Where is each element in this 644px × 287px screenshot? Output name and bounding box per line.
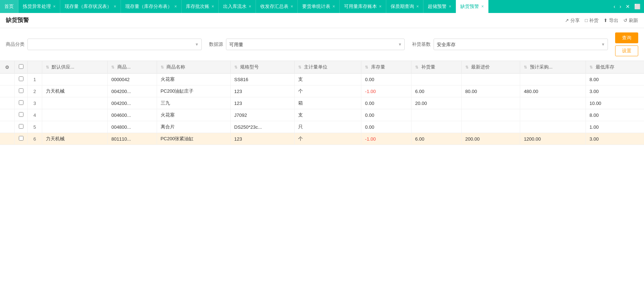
- row-checkbox[interactable]: [19, 88, 23, 93]
- replenish-base-select[interactable]: 安全库存: [434, 39, 608, 50]
- row-default-supplier: [42, 121, 108, 133]
- tab-inout-flow[interactable]: 出入库流水 ×: [219, 0, 256, 13]
- close-tab-expiry[interactable]: ×: [416, 4, 419, 9]
- close-tab-inventory-status[interactable]: ×: [114, 4, 116, 9]
- row-checkbox-cell[interactable]: [14, 85, 27, 97]
- row-unit: 支: [294, 109, 361, 121]
- row-product-code: 004200...: [108, 97, 157, 109]
- th-spec[interactable]: ⇅ 规格型号: [230, 61, 294, 74]
- th-latest-price[interactable]: ⇅ 最新进价: [461, 61, 520, 74]
- row-min-stock: 3.00: [586, 85, 644, 97]
- row-unit: 箱: [294, 97, 361, 109]
- row-product-name: PC200油缸庄子: [157, 85, 230, 97]
- sort-icon-unit: ⇅: [298, 65, 301, 69]
- category-filter: 商品分类 ▼: [6, 39, 202, 50]
- tab-expiry-query[interactable]: 保质期查询 ×: [386, 0, 423, 13]
- row-product-code: 004800...: [108, 121, 157, 133]
- row-latest-price: 80.00: [461, 85, 520, 97]
- th-stock[interactable]: ⇅ 库存量: [361, 61, 412, 74]
- tab-home[interactable]: 首页: [0, 0, 18, 13]
- row-number: 1: [27, 74, 42, 85]
- table-row: 1 0000042 火花塞 SS816 支 0.00 8.00: [0, 74, 644, 85]
- sort-icon-est-purchase: ⇅: [524, 65, 527, 69]
- header-actions: ↗ 分享 □ 补货 ⬆ 导出 ↺ 刷新: [565, 17, 638, 24]
- row-checkbox-cell[interactable]: [14, 133, 27, 145]
- category-select[interactable]: [27, 39, 202, 50]
- row-replenish-qty: 6.00: [412, 85, 462, 97]
- row-checkbox[interactable]: [19, 76, 23, 81]
- th-default-supplier[interactable]: ⇅ 默认供应...: [42, 61, 108, 74]
- th-checkbox[interactable]: [14, 61, 27, 74]
- th-min-stock[interactable]: ⇅ 最低库存: [586, 61, 644, 74]
- row-number: 3: [27, 97, 42, 109]
- row-product-name: 火花塞: [157, 109, 230, 121]
- row-settings-cell: [0, 133, 14, 145]
- close-tab-inventory-dist[interactable]: ×: [174, 4, 177, 9]
- datasource-select[interactable]: 可用量: [226, 39, 405, 50]
- row-checkbox[interactable]: [19, 112, 23, 117]
- row-product-name: 三九: [157, 97, 230, 109]
- row-product-code: 004200...: [108, 85, 157, 97]
- tab-inventory-status[interactable]: 现存量（库存状况表） ×: [60, 0, 121, 13]
- tab-inventory-dist[interactable]: 现存量（库存分布表） ×: [121, 0, 182, 13]
- close-tab-abnormal[interactable]: ×: [53, 4, 56, 9]
- nav-next-btn[interactable]: ›: [617, 2, 623, 11]
- close-tab-receipt[interactable]: ×: [291, 4, 293, 9]
- row-checkbox-cell[interactable]: [14, 74, 27, 85]
- export-button[interactable]: ⬆ 导出: [604, 17, 618, 24]
- row-estimated-purchase: 480.00: [520, 85, 586, 97]
- close-tab-batch[interactable]: ×: [212, 4, 214, 9]
- tab-order-stats[interactable]: 要货单统计表 ×: [298, 0, 340, 13]
- table-row: 6 力天机械 801110... PC200张紧油缸 123 个 -1.00 6…: [0, 133, 644, 145]
- row-number: 6: [27, 133, 42, 145]
- tab-receipt-summary[interactable]: 收发存汇总表 ×: [256, 0, 298, 13]
- replenish-button[interactable]: □ 补货: [585, 17, 599, 24]
- tab-batch-account[interactable]: 库存批次账 ×: [182, 0, 219, 13]
- row-checkbox[interactable]: [19, 136, 23, 141]
- row-spec: J7092: [230, 109, 294, 121]
- nav-prev-btn[interactable]: ‹: [612, 2, 618, 11]
- row-checkbox-cell[interactable]: [14, 97, 27, 109]
- row-default-supplier: [42, 74, 108, 85]
- row-checkbox-cell[interactable]: [14, 109, 27, 121]
- close-tab-ledger[interactable]: ×: [379, 4, 382, 9]
- select-all-checkbox[interactable]: [19, 64, 23, 69]
- close-tab-stockout[interactable]: ×: [481, 4, 484, 9]
- row-checkbox-cell[interactable]: [14, 121, 27, 133]
- tab-overstock[interactable]: 超储预警 ×: [423, 0, 456, 13]
- query-button[interactable]: 查询: [615, 32, 638, 43]
- row-latest-price: [461, 74, 520, 85]
- close-tab-overstock[interactable]: ×: [449, 4, 451, 9]
- settings-button[interactable]: 设置: [615, 45, 638, 56]
- th-product-code[interactable]: ⇅ 商品...: [108, 61, 157, 74]
- row-product-code: 004600...: [108, 109, 157, 121]
- tab-stockout[interactable]: 缺货预警 ×: [456, 0, 488, 13]
- row-stock: 0.00: [361, 97, 412, 109]
- close-tab-flow[interactable]: ×: [249, 4, 251, 9]
- th-estimated-purchase[interactable]: ⇅ 预计采购...: [520, 61, 586, 74]
- tab-abnormal[interactable]: 拣货异常处理 ×: [18, 0, 60, 13]
- th-settings[interactable]: ⚙: [0, 61, 14, 74]
- refresh-icon: ↺: [623, 18, 627, 23]
- nav-close-btn[interactable]: ✕: [623, 2, 632, 11]
- row-latest-price: [461, 109, 520, 121]
- tab-available-ledger[interactable]: 可用量库存账本 ×: [340, 0, 386, 13]
- th-product-name[interactable]: ⇅ 商品名称: [157, 61, 230, 74]
- th-unit[interactable]: ⇅ 主计量单位: [294, 61, 361, 74]
- nav-maximize-btn[interactable]: ⬜: [632, 2, 643, 11]
- row-checkbox[interactable]: [19, 124, 23, 129]
- close-tab-order[interactable]: ×: [332, 4, 335, 9]
- category-label: 商品分类: [6, 41, 25, 48]
- row-settings-cell: [0, 74, 14, 85]
- row-number: 5: [27, 121, 42, 133]
- share-button[interactable]: ↗ 分享: [565, 17, 580, 24]
- nav-controls: ‹ › ✕ ⬜: [612, 2, 644, 11]
- th-replenish-qty[interactable]: ⇅ 补货量: [412, 61, 462, 74]
- row-replenish-qty: [412, 121, 462, 133]
- row-stock: 0.00: [361, 74, 412, 85]
- row-stock: -1.00: [361, 133, 412, 145]
- row-replenish-qty: [412, 109, 462, 121]
- refresh-button[interactable]: ↺ 刷新: [623, 17, 638, 24]
- sort-icon-replenish: ⇅: [415, 65, 418, 69]
- row-checkbox[interactable]: [19, 100, 23, 105]
